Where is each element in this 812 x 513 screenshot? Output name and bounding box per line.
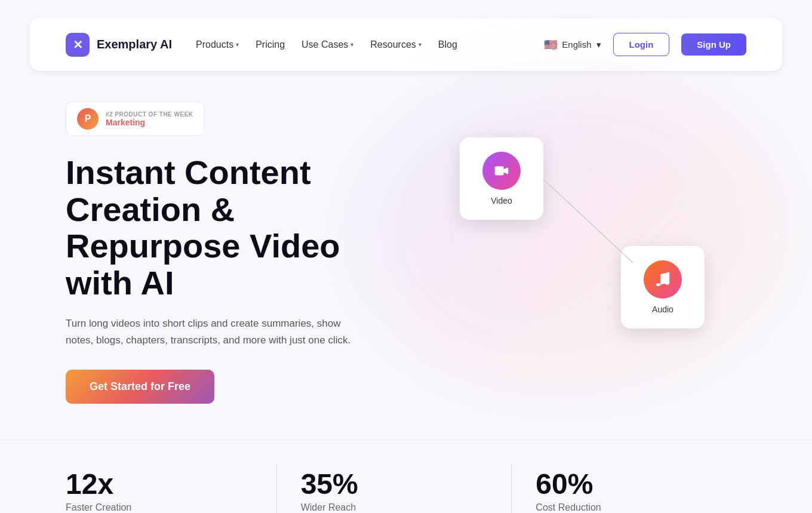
chevron-down-icon: ▾ — [350, 41, 353, 48]
nav-resources[interactable]: Resources ▾ — [370, 39, 421, 50]
stat-label-0: Faster Creation — [66, 502, 253, 513]
stat-number-0: 12x — [66, 470, 253, 499]
svg-line-0 — [543, 179, 633, 263]
stat-item-2: 60% Cost Reduction — [511, 464, 746, 513]
logo-text: Exemplary AI — [97, 38, 172, 51]
stat-label-2: Cost Reduction — [536, 502, 722, 513]
navbar-left: ✕ Exemplary AI Products ▾ Pricing Use Ca… — [66, 33, 457, 57]
navbar: ✕ Exemplary AI Products ▾ Pricing Use Ca… — [30, 18, 782, 72]
ph-badge-label: #2 PRODUCT OF THE WEEK — [106, 111, 193, 118]
stat-number-1: 35% — [301, 470, 488, 499]
nav-links: Products ▾ Pricing Use Cases ▾ Resources… — [196, 39, 457, 50]
visual-container: Video Audio — [424, 113, 722, 340]
logo-icon: ✕ — [66, 33, 90, 57]
product-hunt-badge[interactable]: P #2 PRODUCT OF THE WEEK Marketing — [66, 102, 205, 136]
nav-products[interactable]: Products ▾ — [196, 39, 239, 50]
ph-badge-title: Marketing — [106, 118, 193, 127]
connector-lines — [424, 113, 722, 340]
nav-blog[interactable]: Blog — [438, 39, 457, 50]
nav-use-cases[interactable]: Use Cases ▾ — [302, 39, 353, 50]
navbar-right: 🇺🇸 English ▾ Login Sign Up — [544, 33, 746, 56]
flag-icon: 🇺🇸 — [544, 38, 557, 51]
signup-button[interactable]: Sign Up — [681, 33, 746, 56]
hero-headline: Instant Content Creation & Repurpose Vid… — [66, 154, 400, 301]
hero-right: Video Audio — [400, 102, 746, 352]
hero-left: P #2 PRODUCT OF THE WEEK Marketing Insta… — [66, 102, 400, 404]
hero-section: P #2 PRODUCT OF THE WEEK Marketing Insta… — [0, 72, 812, 428]
chevron-down-icon: ▾ — [419, 41, 422, 48]
logo-area[interactable]: ✕ Exemplary AI — [66, 33, 172, 57]
login-button[interactable]: Login — [613, 33, 670, 56]
chevron-down-icon: ▾ — [236, 41, 239, 48]
stat-item-0: 12x Faster Creation — [66, 464, 276, 513]
stat-item-1: 35% Wider Reach — [276, 464, 512, 513]
language-selector[interactable]: 🇺🇸 English ▾ — [544, 38, 601, 51]
stat-number-2: 60% — [536, 470, 722, 499]
hero-description: Turn long videos into short clips and cr… — [66, 315, 364, 348]
producthunt-icon: P — [77, 108, 99, 130]
ph-text: #2 PRODUCT OF THE WEEK Marketing — [106, 111, 193, 127]
chevron-down-icon: ▾ — [596, 39, 601, 50]
stat-label-1: Wider Reach — [301, 502, 488, 513]
cta-button[interactable]: Get Started for Free — [66, 370, 214, 404]
nav-pricing[interactable]: Pricing — [256, 39, 285, 50]
stats-section: 12x Faster Creation 35% Wider Reach 60% … — [0, 440, 812, 513]
